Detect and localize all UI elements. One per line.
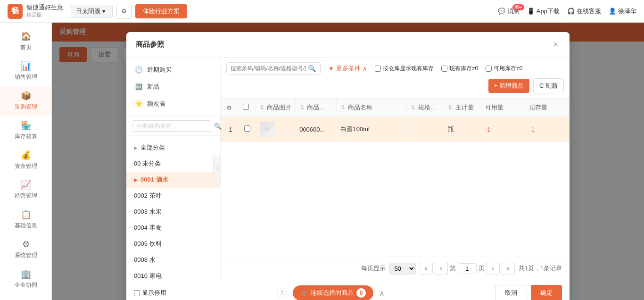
product-table-wrap: ⚙ ⇅ 商品图片 (221, 99, 570, 257)
confirm-button[interactable]: 确定 (531, 285, 562, 300)
add-product-button[interactable]: + 新增商品 (488, 79, 529, 93)
service-item[interactable]: 🎧 在线客服 (567, 7, 601, 16)
app-download-item[interactable]: 📱 App下载 (527, 7, 560, 16)
last-page-button[interactable]: » (502, 262, 515, 275)
footer-right: 取消 确定 (495, 285, 562, 300)
checkbox-available[interactable]: 现有库存≠0 (441, 65, 478, 73)
category-item-fruit[interactable]: 0003 水果 (126, 204, 220, 220)
col-checkbox (239, 99, 256, 117)
col-available[interactable]: 可用量 (481, 99, 525, 117)
recent-icon: 🕐 (134, 65, 143, 75)
footer-collapse-button[interactable]: ∧ (379, 289, 385, 298)
page-nav: « ‹ 第 页 › » (420, 262, 515, 275)
inventory-icon: 🏪 (21, 120, 31, 131)
sidebar-item-inventory[interactable]: 🏪 库存核算 (0, 116, 51, 145)
new-icon: 🆕 (134, 82, 143, 92)
product-thumbnail: 图 (260, 122, 275, 137)
quick-link-new[interactable]: 🆕 新品 (126, 78, 220, 95)
sort-spec-icon: ⇅ (411, 104, 415, 111)
col-image-label: 商品图片 (267, 104, 291, 111)
col-code[interactable]: ⇅ 商品... (296, 99, 337, 117)
category-item-all[interactable]: ▶ 全部分类 (126, 140, 220, 156)
logo-icon: 畅 (8, 4, 23, 19)
sidebar-item-purchase[interactable]: 📦 采购管理 (0, 86, 51, 116)
category-item-drinks[interactable]: 0005 饮料 (126, 236, 220, 252)
category-label-drinks: 0005 饮料 (134, 240, 162, 248)
checkbox-warehouse-input[interactable] (375, 66, 381, 72)
col-spec[interactable]: ⇅ 规格... (407, 99, 444, 117)
show-disabled-checkbox[interactable]: 显示停用 (134, 289, 166, 297)
main-content: 采购管理 查询 设置 刷新 商品参照 × (52, 23, 644, 300)
help-icon: ? (281, 290, 284, 296)
table-refresh-button[interactable]: C 刷新 (533, 78, 564, 93)
category-label-snack: 0004 零食 (134, 224, 162, 232)
chevron-down-icon: ▾ (102, 8, 106, 15)
col-settings[interactable]: ⚙ (221, 99, 239, 117)
sidebar-item-sales[interactable]: 📊 销售管理 (0, 56, 51, 86)
page-number-input[interactable] (458, 263, 477, 274)
cart-count: 0 (356, 288, 366, 298)
row-checkbox[interactable] (244, 125, 250, 132)
checkbox-usable[interactable]: 可用库存≠0 (486, 65, 522, 73)
sidebar-item-system[interactable]: ⚙ 系统管理 (0, 234, 51, 264)
category-item-water[interactable]: 0008 水 (126, 252, 220, 268)
sidebar-label-sales: 销售管理 (15, 73, 37, 81)
sidebar-item-finance[interactable]: 💰 资金管理 (0, 145, 51, 175)
total-info: 共1页，1条记录 (519, 264, 562, 273)
col-stock[interactable]: 现存量 (525, 99, 570, 117)
col-unit[interactable]: ⇅ 主计量 (444, 99, 481, 117)
cell-checkbox[interactable] (239, 117, 256, 142)
phone-icon: 📱 (527, 8, 535, 15)
thumb-placeholder: 图 (260, 122, 275, 137)
sidebar: 🏠 首页 📊 销售管理 📦 采购管理 🏪 库存核算 💰 资金管理 📈 经营管理 … (0, 23, 52, 300)
category-search-icon[interactable]: 🔍 (214, 123, 222, 130)
filter-button[interactable]: ▼ 更多条件 ∧ (324, 62, 371, 75)
col-image: ⇅ 商品图片 (256, 99, 296, 117)
category-item-spirits[interactable]: ▶ 0001 酒水 (126, 172, 220, 188)
prev-page-button[interactable]: ‹ (435, 262, 448, 275)
store-selector[interactable]: 日太阳膜 ▾ (71, 5, 113, 18)
category-item-tea[interactable]: 0002 茶叶 (126, 188, 220, 204)
category-search-input[interactable] (132, 120, 211, 132)
help-button[interactable]: ? (277, 288, 287, 298)
modal-close-button[interactable]: × (551, 38, 560, 51)
first-page-button[interactable]: « (420, 262, 433, 275)
next-page-button[interactable]: › (487, 262, 500, 275)
filter-icon: ▼ (328, 65, 334, 72)
settings-icon[interactable]: ⚙ (116, 4, 132, 19)
sidebar-label-basic-info: 基础信息 (15, 222, 37, 230)
pagination: 每页显示 50 10 20 100 « ‹ 第 (221, 257, 570, 280)
checkbox-warehouse[interactable]: 按仓库显示现有库存 (375, 65, 434, 73)
collapse-panel-button[interactable]: 《 (213, 156, 221, 182)
category-item-appliances[interactable]: 0010 家电 (126, 268, 220, 280)
table-header-row: ⚙ ⇅ 商品图片 (221, 99, 570, 117)
message-item[interactable]: 💬 消息 99+ (498, 7, 520, 16)
quick-link-freq[interactable]: ⭐ 频次高 (126, 95, 220, 112)
checkbox-usable-input[interactable] (486, 66, 492, 72)
category-item-snack[interactable]: 0004 零食 (126, 220, 220, 236)
sidebar-item-enterprise[interactable]: 🏢 企业协同 (0, 264, 51, 294)
quick-link-recent[interactable]: 🕐 近期购买 (126, 61, 220, 78)
col-name[interactable]: ⇅ 商品名称 (337, 99, 407, 117)
select-all-checkbox[interactable] (243, 104, 249, 110)
per-page-select[interactable]: 50 10 20 100 (389, 263, 416, 275)
cell-unit: 瓶 (444, 117, 481, 142)
filter-label: 更多条件 (336, 64, 361, 73)
product-search-input[interactable] (231, 65, 306, 72)
footer-left: 显示停用 (134, 289, 166, 297)
checkbox-available-input[interactable] (441, 66, 447, 72)
sidebar-item-operations[interactable]: 📈 经营管理 (0, 175, 51, 205)
sidebar-item-guide[interactable]: 📖 新手引导 (0, 294, 51, 300)
top-nav: 畅 畅捷通好生意 精品版 日太阳膜 ▾ ⚙ 体验行业方案 💬 消息 99+ 📱 … (0, 0, 644, 23)
cancel-button[interactable]: 取消 (495, 285, 527, 300)
user-item[interactable]: 👤 徐泽华 (609, 7, 636, 16)
category-item-uncategorized[interactable]: 00 未分类 (126, 156, 220, 172)
table-row[interactable]: 1 图 (221, 117, 570, 142)
category-label-spirits: 0001 酒水 (140, 175, 168, 184)
cart-button[interactable]: 🛒 连续选择的商品 0 (293, 285, 373, 300)
show-disabled-input[interactable] (134, 290, 140, 296)
sidebar-item-home[interactable]: 🏠 首页 (0, 26, 51, 56)
sidebar-label-home: 首页 (20, 43, 32, 51)
sidebar-item-basic-info[interactable]: 📋 基础信息 (0, 205, 51, 234)
trial-btn[interactable]: 体验行业方案 (135, 4, 187, 18)
